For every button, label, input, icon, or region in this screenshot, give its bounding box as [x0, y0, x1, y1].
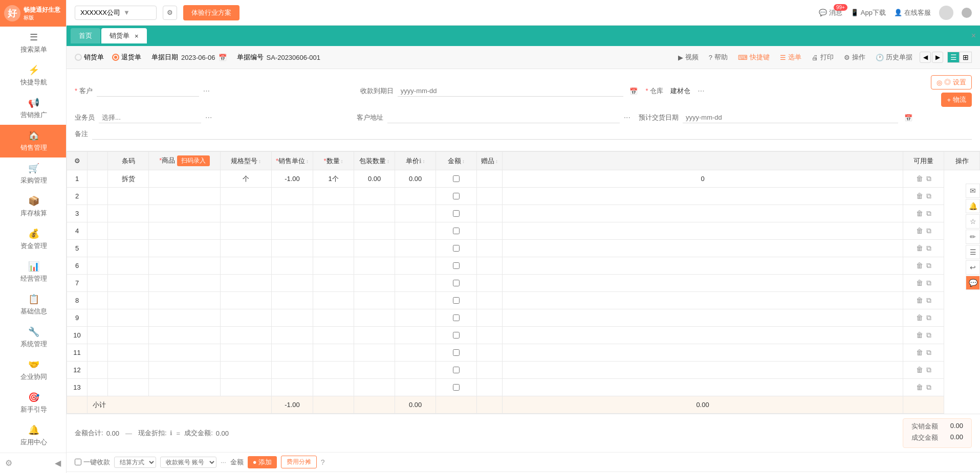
- pkg-sort-icon[interactable]: ↕: [387, 159, 389, 164]
- settings-config-button[interactable]: ◎ ◎ 设置: [931, 75, 972, 89]
- window-close-icon[interactable]: ×: [971, 31, 976, 40]
- row-5-delete-icon[interactable]: 🗑: [916, 244, 923, 253]
- salesperson-more-icon[interactable]: ···: [205, 113, 212, 122]
- right-icon-7-orange[interactable]: 💬: [966, 276, 980, 290]
- salesperson-input[interactable]: [99, 112, 201, 123]
- right-icon-2[interactable]: 🔔: [966, 199, 980, 213]
- row-4-gift-checkbox[interactable]: [453, 228, 460, 234]
- row-4-copy-icon[interactable]: ⧉: [926, 227, 931, 235]
- list-view-button[interactable]: ☰: [947, 52, 960, 63]
- row-11-delete-icon[interactable]: 🗑: [916, 348, 923, 357]
- customer-addr-input[interactable]: [387, 112, 620, 123]
- row-9-copy-icon[interactable]: ⧉: [926, 313, 931, 322]
- row-11-copy-icon[interactable]: ⧉: [926, 348, 931, 357]
- sidebar-settings-icon[interactable]: ⚙: [5, 458, 12, 468]
- sidebar-item-search[interactable]: ☰ 搜索菜单: [0, 27, 66, 59]
- spec-sort-icon[interactable]: ↕: [258, 159, 261, 164]
- row-12-copy-icon[interactable]: ⧉: [926, 366, 931, 374]
- th-gear[interactable]: ⚙: [67, 152, 88, 170]
- row-9-gift-checkbox[interactable]: [453, 314, 460, 321]
- row-11-gift-checkbox[interactable]: [453, 349, 460, 356]
- user-avatar[interactable]: [939, 6, 953, 20]
- sidebar-item-appcenter[interactable]: 🔔 应用中心: [0, 419, 66, 452]
- table-settings-icon[interactable]: ⚙: [74, 157, 80, 165]
- row-12-gift-checkbox[interactable]: [453, 367, 460, 373]
- sidebar-collapse-icon[interactable]: ◀: [55, 458, 61, 468]
- unit-sort-icon[interactable]: ↕: [306, 159, 309, 164]
- discount-info-icon[interactable]: ℹ: [170, 430, 172, 437]
- right-icon-1[interactable]: ✉: [966, 184, 980, 198]
- row-2-delete-icon[interactable]: 🗑: [916, 192, 923, 200]
- sidebar-item-operations[interactable]: 📊 经营管理: [0, 256, 66, 288]
- add-payment-button[interactable]: ● 添加: [248, 456, 277, 468]
- trial-button[interactable]: 体验行业方案: [183, 5, 239, 20]
- row-13-delete-icon[interactable]: 🗑: [916, 383, 923, 392]
- row-13-gift-checkbox[interactable]: [453, 384, 460, 391]
- tab-close-button[interactable]: ×: [135, 32, 139, 40]
- row-1-gift-checkbox[interactable]: [453, 175, 460, 182]
- grid-view-button[interactable]: ⊞: [960, 52, 972, 63]
- row-3-delete-icon[interactable]: 🗑: [916, 209, 923, 218]
- sidebar-item-basics[interactable]: 📋 基础信息: [0, 288, 66, 321]
- row-9-delete-icon[interactable]: 🗑: [916, 313, 923, 322]
- select-button[interactable]: ☰ 选单: [777, 51, 804, 63]
- price-info-icon[interactable]: ℹ: [419, 157, 422, 165]
- sidebar-item-quicknav[interactable]: ⚡ 快捷导航: [0, 59, 66, 92]
- expected-date-input[interactable]: [683, 112, 898, 123]
- tab-home[interactable]: 首页: [71, 28, 100, 43]
- row-7-copy-icon[interactable]: ⧉: [926, 279, 931, 287]
- next-arrow[interactable]: ▶: [932, 52, 943, 63]
- video-button[interactable]: ▶ 视频: [675, 51, 702, 63]
- sidebar-item-collab[interactable]: 🤝 企业协同: [0, 354, 66, 387]
- row-2-copy-icon[interactable]: ⧉: [926, 192, 931, 200]
- topbar-settings-button[interactable]: ⚙: [163, 6, 177, 20]
- scan-btn[interactable]: 扫码录入: [177, 155, 210, 166]
- prev-arrow[interactable]: ◀: [920, 52, 931, 63]
- sidebar-item-system[interactable]: 🔧 系统管理: [0, 321, 66, 354]
- shortcut-button[interactable]: ⌨ 快捷键: [735, 51, 773, 63]
- sidebar-item-purchase[interactable]: 🛒 采购管理: [0, 157, 66, 190]
- sidebar-item-finance[interactable]: 💰 资金管理: [0, 223, 66, 256]
- row-12-delete-icon[interactable]: 🗑: [916, 366, 923, 374]
- row-7-delete-icon[interactable]: 🗑: [916, 279, 923, 287]
- row-7-gift-checkbox[interactable]: [453, 280, 460, 286]
- history-button[interactable]: 🕐 历史单据: [873, 51, 916, 63]
- due-date-calendar-icon[interactable]: 📅: [629, 87, 638, 95]
- row-10-delete-icon[interactable]: 🗑: [916, 331, 923, 340]
- help-button[interactable]: ? 帮助: [706, 51, 731, 63]
- row-8-delete-icon[interactable]: 🗑: [916, 296, 923, 305]
- company-selector[interactable]: XXXXXX公司 ▼: [75, 6, 157, 20]
- right-icon-3[interactable]: ☆: [966, 214, 980, 229]
- row-8-copy-icon[interactable]: ⧉: [926, 296, 931, 305]
- print-button[interactable]: 🖨 打印: [809, 51, 837, 63]
- expense-split-button[interactable]: 费用分摊: [281, 456, 317, 468]
- row-1-copy-icon[interactable]: ⧉: [926, 174, 931, 183]
- right-icon-5[interactable]: ☰: [966, 245, 980, 259]
- row-1-delete-icon[interactable]: 🗑: [916, 174, 923, 183]
- logistics-button[interactable]: + 物流: [941, 93, 972, 107]
- row-6-gift-checkbox[interactable]: [453, 262, 460, 269]
- customer-more-icon[interactable]: ···: [203, 86, 210, 96]
- warehouse-more-icon[interactable]: ···: [698, 86, 704, 96]
- due-date-input[interactable]: [398, 85, 623, 97]
- one-click-pay-checkbox[interactable]: [75, 459, 81, 465]
- customer-addr-more-icon[interactable]: ···: [624, 113, 630, 122]
- sidebar-item-marketing[interactable]: 📢 营销推广: [0, 92, 66, 125]
- row-6-copy-icon[interactable]: ⧉: [926, 261, 931, 270]
- row-2-gift-checkbox[interactable]: [453, 193, 460, 199]
- right-icon-4[interactable]: ✏: [966, 230, 980, 244]
- row-10-copy-icon[interactable]: ⧉: [926, 331, 931, 340]
- row-8-gift-checkbox[interactable]: [453, 297, 460, 304]
- online-service-button[interactable]: 👤 在线客服: [894, 8, 931, 17]
- expense-help-icon[interactable]: ?: [321, 458, 325, 466]
- qty-sort-icon[interactable]: ↕: [341, 159, 343, 164]
- calendar-icon[interactable]: 📅: [219, 54, 227, 61]
- sidebar-item-guide[interactable]: 🎯 新手引导: [0, 387, 66, 419]
- sidebar-item-sales[interactable]: 🏠 销售管理: [0, 125, 66, 157]
- gift-sort-icon[interactable]: ↕: [495, 159, 498, 164]
- sidebar-item-inventory[interactable]: 📦 库存核算: [0, 190, 66, 223]
- right-icon-6[interactable]: ↩: [966, 260, 980, 275]
- tab-sales-order[interactable]: 销货单 ×: [101, 28, 147, 43]
- expected-date-calendar-icon[interactable]: 📅: [904, 114, 912, 122]
- row-3-gift-checkbox[interactable]: [453, 210, 460, 217]
